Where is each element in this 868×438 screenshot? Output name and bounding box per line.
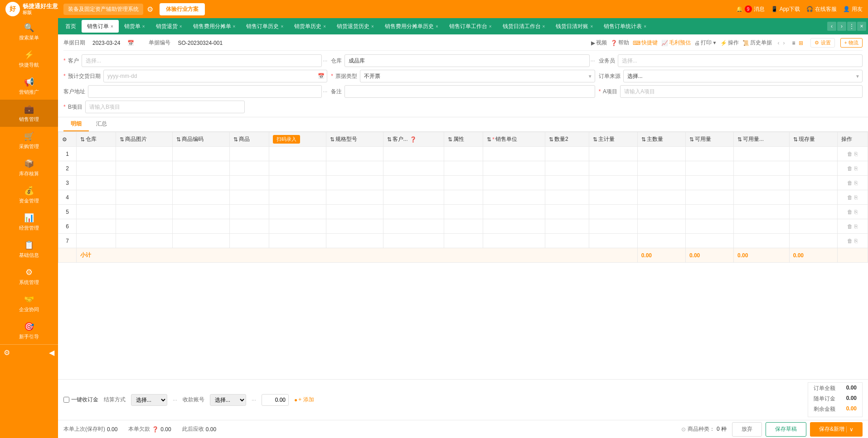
sidebar-item-nav[interactable]: ⚡ 快捷导航	[0, 45, 58, 72]
th-warehouse[interactable]: ⇅仓库	[77, 132, 116, 147]
cell-customer-code-4[interactable]	[383, 190, 444, 205]
tab-home[interactable]: 首页	[60, 20, 82, 33]
cell-attr-5[interactable]	[444, 205, 483, 219]
cell-code-1[interactable]	[173, 147, 230, 161]
one-click-checkbox-input[interactable]	[63, 397, 69, 403]
cell-qty2-5[interactable]	[545, 205, 589, 219]
warehouse-input[interactable]	[344, 54, 589, 67]
th-main-unit[interactable]: ⇅主计量	[589, 132, 637, 147]
calendar-icon[interactable]: 📅	[127, 40, 134, 46]
row-delete-icon-5[interactable]: 🗑	[847, 209, 853, 215]
profit-link[interactable]: 📈 毛利预估	[661, 39, 691, 47]
remark-input[interactable]	[344, 85, 595, 98]
cell-warehouse-2[interactable]	[77, 161, 116, 176]
cell-stock-6[interactable]	[789, 219, 837, 234]
add-logistics-button[interactable]: + 物流	[840, 38, 863, 48]
cell-unit-3[interactable]	[483, 176, 545, 190]
cell-image-4[interactable]	[116, 190, 173, 205]
address-more-icon[interactable]: ···	[323, 88, 327, 95]
tab-expense-history[interactable]: 销售费用分摊单历史 ×	[379, 20, 444, 33]
cell-customer-code-1[interactable]	[383, 147, 444, 161]
layout-icon-1[interactable]: ≡	[792, 40, 795, 46]
cell-available2-3[interactable]	[734, 176, 790, 190]
settings-footer-icon[interactable]: ⚙	[4, 348, 10, 357]
row-copy-icon-6[interactable]: ⎘	[854, 223, 858, 230]
cell-main-unit-6[interactable]	[589, 219, 637, 234]
cell-customer-code-6[interactable]	[383, 219, 444, 234]
cell-warehouse-6[interactable]	[77, 219, 116, 234]
cell-available-3[interactable]	[685, 176, 733, 190]
payment-method-select[interactable]: 选择...	[131, 394, 167, 406]
cell-available2-4[interactable]	[734, 190, 790, 205]
row-delete-icon-3[interactable]: 🗑	[847, 180, 853, 186]
cell-main-qty-4[interactable]	[637, 190, 685, 205]
tab-daily-clear-workbench[interactable]: 钱货日清工作台 ×	[497, 20, 551, 33]
cell-unit-5[interactable]	[483, 205, 545, 219]
sidebar-item-tutorial[interactable]: 🎯 新手引导	[0, 317, 58, 344]
project-a-input[interactable]	[620, 85, 863, 98]
cell-main-unit-2[interactable]	[589, 161, 637, 176]
sidebar-item-finance[interactable]: 💰 资金管理	[0, 181, 58, 208]
customer-more-icon[interactable]: ···	[323, 58, 327, 64]
cell-qty2-1[interactable]	[545, 147, 589, 161]
th-spec[interactable]: ⇅规格型号	[326, 132, 383, 147]
cell-qty2-3[interactable]	[545, 176, 589, 190]
ticket-select[interactable]: 不开票	[360, 70, 595, 82]
th-settings[interactable]: ⚙	[58, 132, 77, 147]
view-link[interactable]: ▶ 视频	[591, 39, 607, 47]
sidebar-item-operations[interactable]: 📊 经营管理	[0, 208, 58, 236]
cell-qty2-7[interactable]	[545, 234, 589, 248]
shortcut-link[interactable]: ⌨ 快捷键	[633, 39, 658, 47]
cell-image-6[interactable]	[116, 219, 173, 234]
close-sales-invoice-icon[interactable]: ×	[142, 24, 145, 29]
close-order-history-icon[interactable]: ×	[281, 24, 283, 29]
tab-order-history[interactable]: 销售订单历史 ×	[241, 20, 289, 33]
cell-unit-1[interactable]	[483, 147, 545, 161]
row-copy-icon-3[interactable]: ⎘	[854, 180, 858, 186]
row-copy-icon-5[interactable]: ⎘	[854, 209, 858, 215]
cell-main-qty-1[interactable]	[637, 147, 685, 161]
tab-daily-reconcile[interactable]: 钱货日清对账 ×	[550, 20, 598, 33]
sidebar-item-inventory[interactable]: 📦 库存核算	[0, 154, 58, 181]
cell-spec-2[interactable]	[326, 161, 383, 176]
cell-spec-7[interactable]	[326, 234, 383, 248]
cell-stock-2[interactable]	[789, 161, 837, 176]
row-delete-icon-6[interactable]: 🗑	[847, 223, 853, 230]
warehouse-more-icon[interactable]: ···	[591, 58, 595, 64]
cell-qty2-2[interactable]	[545, 161, 589, 176]
th-goods[interactable]: ⇅商品	[230, 132, 269, 147]
close-sales-stats-icon[interactable]: ×	[644, 24, 646, 29]
cell-customer-code-5[interactable]	[383, 205, 444, 219]
cell-code-2[interactable]	[173, 161, 230, 176]
cell-qty2-6[interactable]	[545, 219, 589, 234]
cell-available2-2[interactable]	[734, 161, 790, 176]
sidebar-item-system[interactable]: ⚙ 系统管理	[0, 263, 58, 290]
cell-main-qty-2[interactable]	[637, 161, 685, 176]
cell-available2-6[interactable]	[734, 219, 790, 234]
cell-code-6[interactable]	[173, 219, 230, 234]
add-button[interactable]: ● + 添加	[294, 396, 314, 404]
nav-more-button[interactable]: ⋮	[847, 22, 856, 31]
close-sales-order-icon[interactable]: ×	[111, 24, 113, 29]
row-copy-icon-1[interactable]: ⎘	[854, 151, 858, 157]
nav-prev-button[interactable]: ‹	[827, 22, 836, 31]
cell-warehouse-4[interactable]	[77, 190, 116, 205]
cell-main-qty-6[interactable]	[637, 219, 685, 234]
cell-attr-7[interactable]	[444, 234, 483, 248]
close-returns-history-icon[interactable]: ×	[371, 24, 374, 29]
th-unit[interactable]: ⇅*销售单位	[483, 132, 545, 147]
th-image[interactable]: ⇅商品图片	[116, 132, 173, 147]
tab-expense-split[interactable]: 销售费用分摊单 ×	[188, 20, 241, 33]
cell-attr-4[interactable]	[444, 190, 483, 205]
salesperson-input[interactable]	[618, 54, 863, 67]
gear-icon[interactable]: ⚙	[147, 5, 153, 14]
close-returns-icon[interactable]: ×	[179, 24, 182, 29]
online-support-item[interactable]: 🎧 在线客服	[806, 5, 837, 13]
system-title[interactable]: 装备及固定资产辅助管理系统	[63, 4, 143, 15]
cell-available2-7[interactable]	[734, 234, 790, 248]
cell-goods-3[interactable]	[230, 176, 269, 190]
cell-code-5[interactable]	[173, 205, 230, 219]
scan-button[interactable]: 扫码录入	[273, 135, 300, 144]
address-input[interactable]	[88, 85, 322, 98]
cell-spec-5[interactable]	[326, 205, 383, 219]
